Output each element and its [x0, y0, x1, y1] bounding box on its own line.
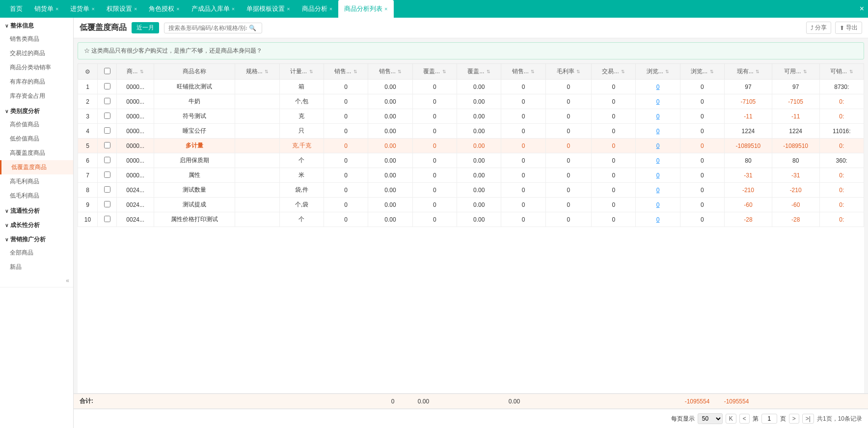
row-checkbox[interactable]	[98, 183, 117, 198]
nav-close-icon[interactable]: ×	[55, 0, 58, 18]
sidebar-item[interactable]: 交易过的商品	[0, 46, 73, 60]
row-checkbox[interactable]	[98, 80, 117, 94]
sidebar-item[interactable]: 低覆盖度商品	[0, 160, 73, 174]
browse-link[interactable]: 0	[656, 172, 660, 179]
nav-item[interactable]: 销货单 ×	[28, 0, 64, 18]
browse-link[interactable]: 0	[656, 157, 660, 164]
sidebar-item[interactable]: 销售类商品	[0, 32, 73, 46]
row-select-checkbox[interactable]	[104, 171, 110, 178]
sidebar-section-title[interactable]: ∨ 成长性分析	[0, 217, 73, 231]
row-checkbox[interactable]	[98, 168, 117, 183]
nav-item[interactable]: 产成品入库单 ×	[186, 0, 241, 18]
browse-link[interactable]: 0	[656, 98, 660, 105]
nav-item[interactable]: 进货单 ×	[64, 0, 100, 18]
table-col-header-unit[interactable]: 计量... ⇅	[279, 64, 324, 80]
export-btn[interactable]: ⬆ 导出	[835, 22, 862, 34]
search-input[interactable]	[168, 25, 247, 31]
nav-close-icon[interactable]: ×	[329, 0, 332, 18]
last-page-btn[interactable]: >|	[802, 414, 814, 424]
sidebar-item[interactable]: 高价值商品	[0, 117, 73, 132]
nav-item[interactable]: 商品分析列表 ×	[338, 0, 393, 18]
share-btn[interactable]: ⤴ 分享	[806, 22, 831, 34]
row-browse1[interactable]: 0	[636, 109, 680, 124]
nav-close-icon[interactable]: ×	[287, 0, 290, 18]
row-select-checkbox[interactable]	[104, 201, 110, 207]
browse-link[interactable]: 0	[656, 187, 660, 194]
table-col-header-stock_available[interactable]: 可用... ⇅	[772, 64, 819, 80]
row-browse1[interactable]: 0	[636, 153, 680, 168]
sidebar-section-title[interactable]: ∨ 营销推广分析	[0, 231, 73, 246]
row-checkbox[interactable]	[98, 153, 117, 168]
nav-close-icon[interactable]: ×	[91, 0, 94, 18]
table-col-header-gross_margin[interactable]: 毛利率 ⇅	[545, 64, 591, 80]
row-select-checkbox[interactable]	[104, 186, 110, 193]
per-page-select[interactable]: 102050100	[698, 413, 723, 424]
settings-icon[interactable]: ⚙	[85, 68, 90, 75]
sidebar-section-title[interactable]: ∨ 流通性分析	[0, 203, 73, 217]
nav-item[interactable]: 权限设置 ×	[101, 0, 143, 18]
row-select-checkbox[interactable]	[104, 142, 110, 148]
row-select-checkbox[interactable]	[104, 83, 110, 89]
row-browse1[interactable]: 0	[636, 124, 680, 139]
browse-link[interactable]: 0	[656, 84, 660, 90]
table-col-header-stock_sellable[interactable]: 可销... ⇅	[819, 64, 864, 80]
row-checkbox[interactable]	[98, 212, 117, 227]
table-col-header-sales_qty[interactable]: 销售... ⇅	[324, 64, 368, 80]
table-col-header-browse2[interactable]: 浏览... ⇅	[680, 64, 724, 80]
table-col-header-code[interactable]: 商... ⇅	[117, 64, 154, 80]
row-browse1[interactable]: 0	[636, 198, 680, 212]
browse-link[interactable]: 0	[656, 113, 660, 120]
nav-item[interactable]: 单据模板设置 ×	[241, 0, 296, 18]
page-input[interactable]	[761, 414, 777, 424]
search-icon[interactable]: 🔍	[249, 25, 256, 31]
sidebar-item[interactable]: 新品	[0, 260, 73, 274]
row-checkbox[interactable]	[98, 124, 117, 139]
row-select-checkbox[interactable]	[104, 157, 110, 163]
row-select-checkbox[interactable]	[104, 216, 110, 222]
row-select-checkbox[interactable]	[104, 113, 110, 119]
row-browse1[interactable]: 0	[636, 80, 680, 94]
next-page-btn[interactable]: >	[789, 414, 799, 424]
sidebar-item[interactable]: 有库存的商品	[0, 75, 73, 89]
nav-item[interactable]: 角色授权 ×	[143, 0, 185, 18]
table-col-header-stock_current[interactable]: 现有... ⇅	[725, 64, 772, 80]
sidebar-item[interactable]: 库存资金占用	[0, 89, 73, 103]
sidebar-item[interactable]: 全部商品	[0, 246, 73, 260]
table-col-header-browse1[interactable]: 浏览... ⇅	[636, 64, 680, 80]
browse-link[interactable]: 0	[656, 201, 660, 208]
table-col-header-sales3[interactable]: 销售... ⇅	[501, 64, 545, 80]
row-checkbox[interactable]	[98, 109, 117, 124]
nav-close-icon[interactable]: ×	[134, 0, 137, 18]
row-browse1[interactable]: 0	[636, 94, 680, 109]
table-col-header-settings[interactable]: ⚙	[78, 64, 98, 80]
sidebar-section-title[interactable]: ∨ 整体信息	[0, 18, 73, 32]
sidebar-collapse-btn[interactable]: «	[0, 274, 73, 287]
browse-link[interactable]: 0	[656, 128, 660, 135]
table-col-header-coverage1[interactable]: 覆盖... ⇅	[412, 64, 457, 80]
nav-close-icon[interactable]: ×	[176, 0, 179, 18]
nav-item[interactable]: 首页	[4, 0, 28, 18]
row-select-checkbox[interactable]	[104, 127, 110, 134]
browse-link[interactable]: 0	[656, 216, 660, 223]
sidebar-item[interactable]: 高毛利商品	[0, 174, 73, 189]
row-checkbox[interactable]	[98, 94, 117, 109]
row-browse1[interactable]: 0	[636, 168, 680, 183]
row-browse1[interactable]: 0	[636, 139, 680, 153]
sidebar-item[interactable]: 低价值商品	[0, 132, 73, 146]
date-filter-btn[interactable]: 近一月	[132, 22, 159, 33]
table-col-header-coverage2[interactable]: 覆盖... ⇅	[457, 64, 501, 80]
window-close-btn[interactable]: ×	[860, 4, 864, 13]
first-page-btn[interactable]: K	[726, 414, 736, 424]
sidebar-item[interactable]: 商品分类动销率	[0, 60, 73, 75]
row-checkbox[interactable]	[98, 198, 117, 212]
table-col-header-sales_amt[interactable]: 销售... ⇅	[368, 64, 412, 80]
nav-item[interactable]: 商品分析 ×	[296, 0, 338, 18]
prev-page-btn[interactable]: <	[739, 414, 750, 424]
row-browse1[interactable]: 0	[636, 183, 680, 198]
nav-close-icon[interactable]: ×	[232, 0, 235, 18]
browse-link[interactable]: 0	[656, 143, 660, 149]
table-col-header-checkbox[interactable]	[98, 64, 117, 80]
sidebar-section-title[interactable]: ∨ 类别度分析	[0, 103, 73, 117]
select-all-checkbox[interactable]	[104, 68, 110, 74]
table-col-header-transaction[interactable]: 交易... ⇅	[592, 64, 636, 80]
